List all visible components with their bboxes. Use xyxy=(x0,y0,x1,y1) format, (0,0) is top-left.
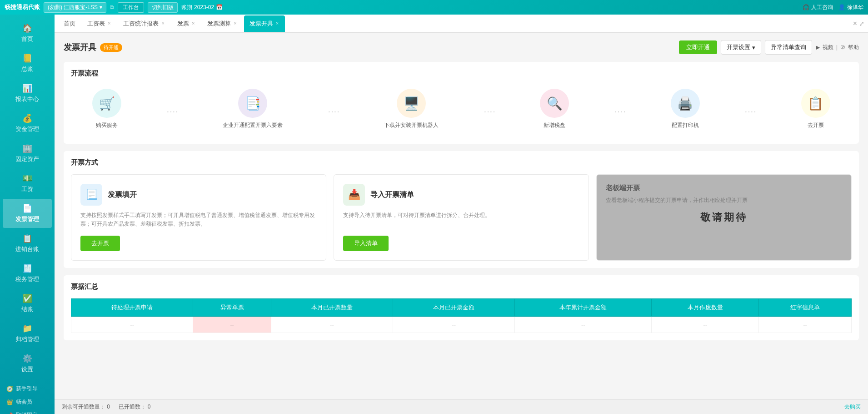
sidebar-item-archive[interactable]: 📁 归档管理 xyxy=(3,319,52,348)
col-header-4: 本年累计开票金额 xyxy=(515,299,652,317)
tab-payroll-stats-label: 工资统计报表 xyxy=(123,20,159,28)
sidebar-item-assets[interactable]: 🏢 固定资产 xyxy=(3,139,52,168)
tab-home[interactable]: 首页 xyxy=(58,15,81,32)
arrow-3: ‥‥ xyxy=(484,104,495,115)
assets-icon: 🏢 xyxy=(22,143,32,153)
sidebar-item-reports[interactable]: 📊 报表中心 xyxy=(3,79,52,108)
divider: | xyxy=(836,44,838,50)
sidebar-item-vip[interactable]: 👑 畅会员 xyxy=(3,395,52,409)
sidebar-item-inout[interactable]: 📋 进销台账 xyxy=(3,229,52,258)
arrow-2: ‥‥ xyxy=(328,104,339,115)
sidebar-item-guide[interactable]: 🧭 新手引导 xyxy=(3,382,52,395)
tab-payroll-table-close[interactable]: × xyxy=(107,20,111,26)
sidebar-item-ledger[interactable]: 📒 总账 xyxy=(3,49,52,78)
step-buy-service[interactable]: 🛒 购买服务 xyxy=(92,89,121,129)
tab-invoice-calc[interactable]: 发票测算 × xyxy=(202,15,243,32)
col-header-2: 本月已开票数量 xyxy=(271,299,393,317)
step-circle-robot: 🖥️ xyxy=(397,89,426,118)
company-selector[interactable]: (勿删) 江西服宝-LSS ▾ xyxy=(44,2,106,13)
dropdown-icon: ▾ xyxy=(752,44,755,51)
open-now-button[interactable]: 立即开通 xyxy=(679,40,717,54)
step-enterprise-config[interactable]: 📑 企业开通配置开票六要素 xyxy=(223,89,283,129)
col-header-6: 红字信息单 xyxy=(759,299,852,317)
method-card-fill-header: 📃 发票填开 xyxy=(80,184,317,206)
method-card-old-boss: 老板端开票 查看老板端小程序提交的开票申请，并作出相应处理并开票 敬请期待 xyxy=(596,174,852,261)
inout-icon: 📋 xyxy=(22,233,32,243)
arrow-1: ‥‥ xyxy=(166,104,178,115)
abnormal-query-button[interactable]: 异常清单查询 xyxy=(765,40,812,55)
step-config-printer[interactable]: 🖨️ 配置打印机 xyxy=(671,89,700,129)
summary-header-row: 待处理开票申请 异常单票 本月已开票数量 本月已开票金额 本年累计开票金额 本月… xyxy=(71,299,852,317)
sidebar-item-payroll[interactable]: 💵 工资 xyxy=(3,169,52,198)
tab-restore-button[interactable]: ⤢ xyxy=(859,20,864,27)
support-area[interactable]: 🎧 人工咨询 xyxy=(803,4,833,11)
sidebar-item-tax[interactable]: 🧾 税务管理 xyxy=(3,259,52,288)
go-invoice-button[interactable]: 去开票 xyxy=(80,236,120,251)
tab-invoice[interactable]: 发票 × xyxy=(172,15,201,32)
step-open-invoice[interactable]: 📋 去开票 xyxy=(801,89,830,129)
arrow-4: ‥‥ xyxy=(614,104,626,115)
summary-section: 票据汇总 待处理开票申请 异常单票 本月已开票数量 本月已开票金额 本年累计开票… xyxy=(64,275,859,340)
payroll-icon: 💵 xyxy=(22,173,32,183)
tab-invoice-close[interactable]: × xyxy=(191,20,195,26)
sidebar-item-home[interactable]: 🏠 首页 xyxy=(3,19,52,48)
sidebar-label-tax: 税务管理 xyxy=(15,275,39,283)
sidebar-item-invoice[interactable]: 📄 发票管理 xyxy=(3,199,52,228)
step-circle-config: 📑 xyxy=(238,89,267,118)
tab-close-all-button[interactable]: × xyxy=(853,20,857,28)
sidebar-pin-label: 取消固定 xyxy=(16,411,38,414)
video-label: 视频 xyxy=(823,44,833,51)
tab-invoice-calc-label: 发票测算 xyxy=(207,20,231,28)
cell-0-4: -- xyxy=(515,317,652,333)
invoice-icon: 📄 xyxy=(22,203,32,213)
top-bar: 畅捷通易代账 (勿删) 江西服宝-LSS ▾ ⧉ 工作台 切到旧版 账期 202… xyxy=(0,0,868,15)
sidebar-item-finance[interactable]: 💰 资金管理 xyxy=(3,109,52,138)
tab-payroll-stats[interactable]: 工资统计报表 × xyxy=(118,15,170,32)
settings-button[interactable]: 开票设置 ▾ xyxy=(721,40,761,55)
home-icon: 🏠 xyxy=(22,23,32,33)
sidebar-item-settle[interactable]: ✅ 结账 xyxy=(3,289,52,318)
step-circle-printer: 🖨️ xyxy=(671,89,700,118)
tab-bar: 首页 工资表 × 工资统计报表 × 发票 × 发票测算 × 发票开具 × xyxy=(55,15,868,33)
tab-invoice-tool-close[interactable]: × xyxy=(275,20,279,26)
sidebar-item-settings[interactable]: ⚙️ 设置 xyxy=(3,349,52,378)
col-header-0: 待处理开票申请 xyxy=(71,299,193,317)
tab-invoice-calc-close[interactable]: × xyxy=(233,20,237,26)
question-icon: ② xyxy=(840,44,845,50)
col-header-3: 本月已开票金额 xyxy=(393,299,515,317)
tab-invoice-tool[interactable]: 发票开具 × xyxy=(244,15,285,32)
tab-payroll-stats-close[interactable]: × xyxy=(160,20,165,26)
cell-0-3: -- xyxy=(393,317,515,333)
tab-payroll-table-label: 工资表 xyxy=(87,20,105,28)
tab-payroll-table[interactable]: 工资表 × xyxy=(82,15,117,32)
page-title: 发票开具 xyxy=(64,42,96,53)
sidebar-pin-button[interactable]: 📌 取消固定 xyxy=(3,409,52,414)
workbench-button[interactable]: 工作台 xyxy=(118,2,144,13)
step-label-printer: 配置打印机 xyxy=(672,121,699,129)
process-section-title: 开票流程 xyxy=(71,69,852,78)
buy-link[interactable]: 去购买 xyxy=(844,403,861,411)
step-label-robot: 下载并安装开票机器人 xyxy=(384,121,439,129)
page-content: 发票开具 待开通 立即开通 开票设置 ▾ 异常清单查询 ▶ 视频 | ② xyxy=(55,33,868,399)
sidebar-label-invoice: 发票管理 xyxy=(15,215,39,223)
coming-soon-overlay: 敬请期待 xyxy=(597,175,851,260)
video-icon: ▶ xyxy=(816,44,820,50)
user-area[interactable]: 👤 徐泽华 xyxy=(838,4,863,11)
tab-invoice-label: 发票 xyxy=(177,20,189,28)
period-label: 账期 xyxy=(181,4,192,11)
process-section: 开票流程 🛒 购买服务 ‥‥ 📑 企业开通配置开票六要素 ‥‥ 🖥️ 下 xyxy=(64,62,859,144)
main-layout: 🏠 首页 📒 总账 📊 报表中心 💰 资金管理 🏢 固定资产 💵 工资 📄 发票… xyxy=(0,15,868,414)
tax-icon: 🧾 xyxy=(22,263,32,273)
switch-old-button[interactable]: 切到旧版 xyxy=(148,2,178,13)
sidebar-label-home: 首页 xyxy=(21,35,33,43)
cell-0-1: -- xyxy=(193,317,271,333)
top-bar-right: 🎧 人工咨询 👤 徐泽华 xyxy=(803,4,863,11)
calendar-icon[interactable]: 📅 xyxy=(216,4,223,10)
reports-icon: 📊 xyxy=(22,83,32,93)
copy-icon[interactable]: ⧉ xyxy=(110,4,114,10)
cell-0-2: -- xyxy=(271,317,393,333)
step-download-robot[interactable]: 🖥️ 下载并安装开票机器人 xyxy=(384,89,439,129)
step-add-tax[interactable]: 🔍 新增税盘 xyxy=(540,89,569,129)
import-icon: 📥 xyxy=(343,184,365,206)
import-list-button[interactable]: 导入清单 xyxy=(343,236,389,251)
